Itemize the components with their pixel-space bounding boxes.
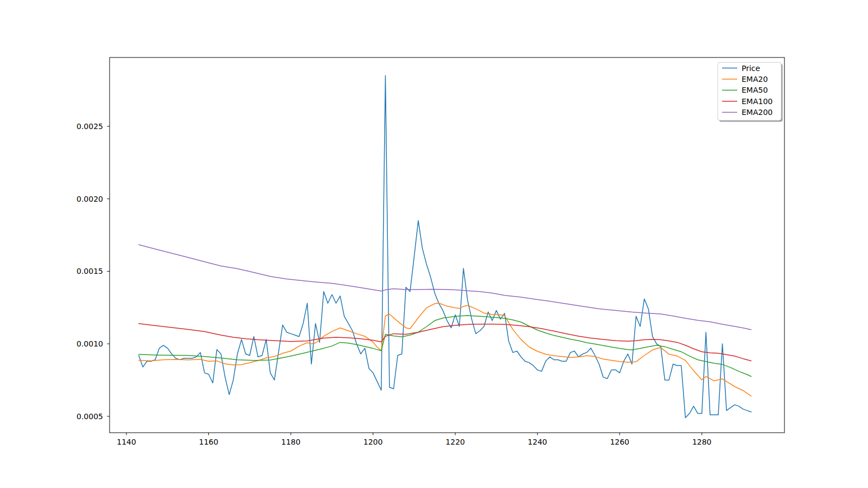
x-tick-label: 1160 [199, 438, 219, 446]
legend-label: Price [742, 64, 760, 73]
legend: PriceEMA20EMA50EMA100EMA200 [718, 62, 783, 122]
x-tick-label: 1180 [281, 438, 301, 446]
y-tick-label: 0.0005 [76, 412, 103, 421]
x-tick-label: 1280 [692, 438, 712, 446]
y-tick-label: 0.0020 [76, 195, 103, 203]
x-tick-label: 1240 [528, 438, 547, 446]
x-tick-label: 1140 [117, 438, 136, 446]
price-ema-line-chart: 11401160118012001220124012601280 0.00050… [0, 0, 868, 488]
legend-label: EMA100 [742, 97, 773, 106]
y-tick-label: 0.0015 [76, 267, 103, 275]
y-tick-label: 0.0025 [76, 122, 103, 131]
x-tick-label: 1220 [445, 438, 465, 446]
x-tick-label: 1260 [610, 438, 629, 446]
legend-label: EMA20 [742, 75, 768, 84]
x-tick-label: 1200 [363, 438, 383, 446]
matplotlib-figure: 11401160118012001220124012601280 0.00050… [0, 0, 868, 488]
y-tick-label: 0.0010 [76, 339, 103, 348]
legend-label: EMA50 [742, 86, 768, 94]
legend-label: EMA200 [742, 108, 773, 117]
plot-area [110, 57, 784, 433]
